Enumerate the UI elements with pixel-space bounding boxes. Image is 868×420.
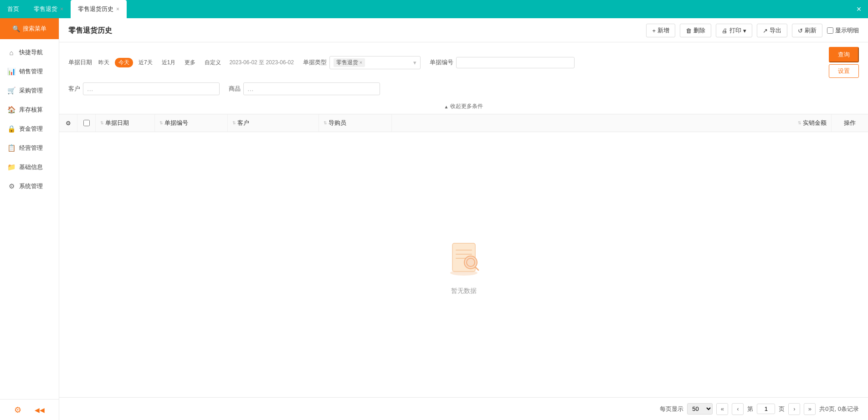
last-page-button[interactable]: » [804,403,816,415]
export-icon: ↗ [763,27,768,34]
filter-goods-item: 商品 ... [229,82,380,95]
volume-icon[interactable]: ◀◀ [35,406,45,414]
date-option-today[interactable]: 今天 [115,58,133,67]
date-option-1month[interactable]: 近1月 [158,58,180,67]
page-suffix-label: 页 [779,405,785,413]
sidebar-item-label: 快捷导航 [19,48,43,56]
first-page-button[interactable]: « [716,403,728,415]
sidebar-item-label: 销售管理 [19,67,43,76]
export-button[interactable]: ↗ 导出 [757,24,787,37]
sidebar-item-finance[interactable]: 🔒 资金管理 [0,119,59,138]
delete-icon: 🗑 [686,27,692,34]
filter-area: 单据日期 昨天 今天 近7天 近1月 更多 自定义 2023-06-02 至 2… [59,42,868,114]
close-icon: × [857,5,862,14]
sidebar-item-base[interactable]: 📁 基础信息 [0,158,59,177]
sidebar-item-purchase[interactable]: 🛒 采购管理 [0,81,59,100]
sidebar-search-button[interactable]: 搜索菜单 [0,18,59,39]
th-action-label: 操作 [844,119,856,127]
filter-number-item: 单据编号 [430,57,575,68]
page-title: 零售退货历史 [68,26,112,36]
filter-number-input[interactable] [456,57,575,68]
th-settings[interactable]: ⚙ [59,114,77,132]
pagination: 每页显示 50 20 100 « ‹ 第 页 › » 共0页, 0条记录 [59,397,868,420]
page-prefix-label: 第 [747,405,753,413]
sidebar-item-inventory[interactable]: 🏠 库存核算 [0,100,59,119]
th-number-label: 单据编号 [164,119,188,127]
refresh-button[interactable]: ↺ 刷新 [792,24,822,37]
sidebar-item-operation[interactable]: 📋 经营管理 [0,138,59,158]
settings-bottom-icon[interactable]: ⚙ [14,405,21,415]
filter-customer-select[interactable]: ... [83,82,220,95]
show-detail-checkbox[interactable]: 显示明细 [827,26,859,35]
collapse-bar[interactable]: 收起更多条件 [68,100,859,114]
settings-icon: ⚙ [66,120,71,127]
th-number[interactable]: ⇅ 单据编号 [155,114,228,132]
prev-page-button[interactable]: ‹ [732,403,744,415]
new-button[interactable]: + 新增 [646,24,675,37]
table-header: ⚙ ⇅ 单据日期 ⇅ 单据编号 ⇅ 客户 ⇅ [59,114,868,132]
tab-retail-return-label: 零售退货 [34,5,57,13]
home-icon: ⌂ [7,48,15,56]
date-filter: 昨天 今天 近7天 近1月 更多 自定义 [95,58,225,67]
th-customer[interactable]: ⇅ 客户 [228,114,319,132]
tab-retail-return-close[interactable] [60,6,63,12]
show-detail-input[interactable] [827,27,833,34]
th-amount[interactable]: ⇅ 实销金额 [392,114,832,132]
tab-list: 首页 零售退货 零售退货历史 [0,0,850,18]
filter-type-remove[interactable]: × [360,60,362,65]
query-button[interactable]: 查询 [829,47,859,62]
first-page-icon: « [721,405,724,412]
empty-icon [441,234,487,280]
sort-up-icon: ⇅ [100,121,104,125]
page-title-row: 零售退货历史 + 新增 🗑 删除 🖨 打印 ▾ [68,24,859,37]
print-button[interactable]: 🖨 打印 ▾ [716,24,752,37]
date-option-more[interactable]: 更多 [181,58,199,67]
new-button-label: 新增 [657,26,669,35]
sidebar-bottom: ⚙ ◀◀ [0,399,59,420]
date-option-yesterday[interactable]: 昨天 [95,58,113,67]
delete-button[interactable]: 🗑 删除 [680,24,711,37]
filter-type-select[interactable]: 零售退货 × ▾ [329,56,421,69]
sales-icon: 📊 [7,67,15,76]
th-amount-label: 实销金额 [803,119,827,127]
collapse-icon [444,103,449,110]
date-option-custom[interactable]: 自定义 [201,58,225,67]
goods-dots: ... [247,85,253,93]
th-checkbox[interactable] [77,114,96,132]
sidebar-item-sales[interactable]: 📊 销售管理 [0,62,59,81]
tab-retail-return-history[interactable]: 零售退货历史 [71,0,127,18]
window-close-button[interactable]: × [850,0,868,18]
select-all-checkbox[interactable] [83,120,90,126]
system-icon: ⚙ [7,182,15,190]
sidebar-item-system[interactable]: ⚙ 系统管理 [0,177,59,196]
setting-button[interactable]: 设置 [829,64,859,78]
filter-goods-select[interactable]: ... [243,82,380,95]
export-button-label: 导出 [770,26,781,35]
th-guide[interactable]: ⇅ 导购员 [319,114,392,132]
filter-date-label: 单据日期 [68,58,92,67]
th-date[interactable]: ⇅ 单据日期 [96,114,155,132]
sidebar-item-label: 系统管理 [19,182,43,190]
th-date-label: 单据日期 [105,119,129,127]
sort-icon-2: ⇅ [232,121,236,125]
sidebar-nav: ⌂ 快捷导航 📊 销售管理 🛒 采购管理 🏠 库存核算 🔒 资金管理 📋 [0,39,59,399]
per-page-select[interactable]: 50 20 100 [687,403,713,415]
filter-customer-label: 客户 [68,85,80,93]
date-option-7days[interactable]: 近7天 [135,58,156,67]
page-number-input[interactable] [757,404,775,414]
search-icon [12,25,20,32]
tab-retail-return-history-close[interactable] [116,6,119,12]
next-page-button[interactable]: › [788,403,800,415]
filter-goods-label: 商品 [229,85,241,93]
sidebar-item-label: 经营管理 [19,144,43,152]
plus-icon: + [652,27,656,34]
toolbar: + 新增 🗑 删除 🖨 打印 ▾ ↗ 导出 [646,24,859,37]
tab-home[interactable]: 首页 [0,0,26,18]
filter-date-item: 单据日期 昨天 今天 近7天 近1月 更多 自定义 2023-06-02 至 2… [68,58,294,67]
page-header: 零售退货历史 + 新增 🗑 删除 🖨 打印 ▾ [59,18,868,42]
filter-type-label: 单据类型 [303,58,327,67]
tab-retail-return-history-label: 零售退货历史 [78,5,113,13]
sidebar-item-quick-nav[interactable]: ⌂ 快捷导航 [0,43,59,62]
tab-retail-return[interactable]: 零售退货 [26,0,71,18]
filter-number-label: 单据编号 [430,58,453,67]
